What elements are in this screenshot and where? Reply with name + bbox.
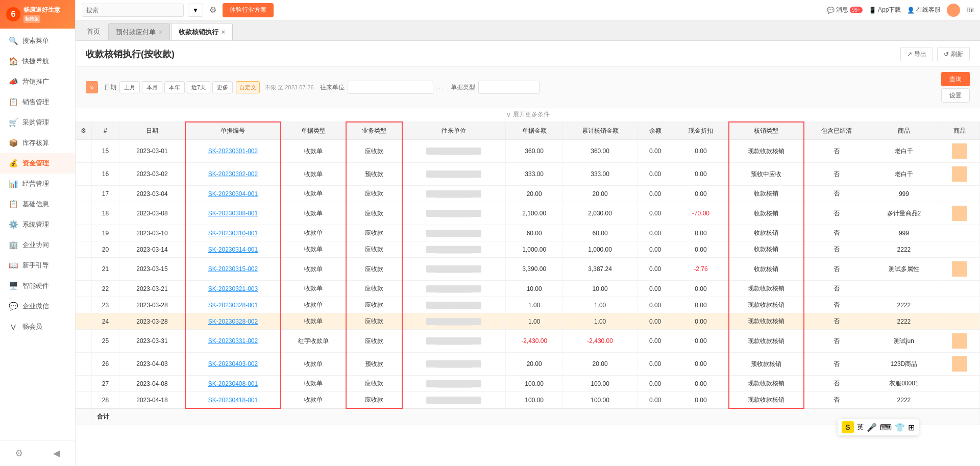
search-input[interactable] [82,4,184,17]
tab-payment-execute[interactable]: 收款核销执行× [171,23,233,40]
date-btn-近7天[interactable]: 近7天 [187,81,210,93]
col-counterparty: ████████ [402,163,506,186]
col-product: 测试jun [869,330,939,353]
col-settings [76,241,92,258]
table-row[interactable]: 24 2023-03-28 SK-20230328-002 收款单 应收款 ██… [76,313,980,330]
sidebar-label-basic: 基础信息 [22,200,49,209]
col-voucher-no[interactable]: SK-20230310-001 [185,225,281,241]
sidebar-item-marketing[interactable]: 📣营销推广 [0,71,75,92]
tab-home[interactable]: 首页 [80,23,107,40]
table-row[interactable]: 27 2023-04-08 SK-20230408-001 收款单 应收款 ██… [76,376,980,392]
col-voucher-no[interactable]: SK-20230315-002 [185,258,281,281]
counterparty-input[interactable] [348,81,433,94]
table-row[interactable]: 21 2023-03-15 SK-20230315-002 收款单 应收款 ██… [76,258,980,281]
sidebar-footer: ⚙ ◀ [0,440,75,466]
custom-date-btn[interactable]: 自定义 [236,81,260,93]
sidebar-item-operation[interactable]: 📊经营管理 [0,174,75,194]
col-include-settled: 否 [804,163,869,186]
tab-close-prepayment[interactable]: × [159,29,162,36]
sidebar-item-inventory[interactable]: 📦库存核算 [0,133,75,153]
table-container[interactable]: ⚙ # 日期 单据编号 单据类型 业务类型 往来单位 单据金额 累计核销金额 余… [76,121,980,466]
brand-text: 英 [857,423,864,432]
sidebar-item-sales[interactable]: 📋销售管理 [0,92,75,112]
date-btn-本月[interactable]: 本月 [142,81,162,93]
product-thumb [952,143,967,159]
col-date: 2023-03-08 [119,202,185,225]
export-btn[interactable]: ↗ 导出 [900,47,933,61]
collapse-sidebar-btn[interactable]: ◀ [50,445,63,462]
gear-icon[interactable]: ⚙ [207,3,218,17]
table-row[interactable]: 28 2023-04-18 SK-20230418-001 收款单 应收款 ██… [76,392,980,409]
table-row[interactable]: 25 2023-03-31 SK-20230331-002 红字收款单 应收款 … [76,330,980,353]
voucher-type-select[interactable] [478,81,540,94]
col-include-settled: 否 [804,186,869,202]
sidebar-item-shortcut[interactable]: 🏠快捷导航 [0,51,75,71]
filter-expand-btn[interactable]: » [86,81,98,93]
th-settings[interactable]: ⚙ [76,122,92,140]
col-amount: 2,100.00 [506,202,563,225]
col-counterparty: ████████ [402,297,506,313]
tab-prepayment[interactable]: 预付款应付单× [108,23,170,40]
col-voucher-type: 收款单 [281,353,346,376]
col-voucher-no[interactable]: SK-20230314-001 [185,241,281,258]
col-voucher-no[interactable]: SK-20230403-002 [185,353,281,376]
page-title: 收款核销执行(按收款) [86,48,175,60]
col-date: 2023-03-14 [119,241,185,258]
col-biz-type: 应收款 [346,313,402,330]
sidebar-item-basic[interactable]: 📋基础信息 [0,194,75,214]
col-voucher-no[interactable]: SK-20230308-001 [185,202,281,225]
col-voucher-no[interactable]: SK-20230418-001 [185,392,281,409]
online-service-btn[interactable]: 👤 在线客服 [907,6,941,14]
table-row[interactable]: 18 2023-03-08 SK-20230308-001 收款单 应收款 ██… [76,202,980,225]
filter-settings-btn[interactable]: 设置 [941,88,970,103]
sidebar-item-member[interactable]: V畅会员 [0,316,75,337]
col-counterparty: ████████ [402,202,506,225]
tab-close-payment-execute[interactable]: × [222,29,225,36]
table-row[interactable]: 19 2023-03-10 SK-20230310-001 收款单 应收款 ██… [76,225,980,241]
sidebar-item-finance[interactable]: 💰资金管理 [0,153,75,174]
sidebar-item-hardware[interactable]: 🖥️智能硬件 [0,276,75,296]
table-row[interactable]: 16 2023-03-02 SK-20230302-002 收款单 预收款 ██… [76,163,980,186]
col-voucher-no[interactable]: SK-20230302-002 [185,163,281,186]
col-voucher-no[interactable]: SK-20230328-002 [185,313,281,330]
col-product: 老白干 [869,163,939,186]
col-biz-type: 应收款 [346,140,402,163]
sidebar-item-search[interactable]: 🔍搜索菜单 [0,31,75,51]
col-settings [76,202,92,225]
sidebar-item-guide[interactable]: 📖新手引导 [0,255,75,276]
table-row[interactable]: 23 2023-03-28 SK-20230328-001 收款单 应收款 ██… [76,297,980,313]
sidebar-item-wechat[interactable]: 💬企业微信 [0,296,75,316]
notification-btn[interactable]: 💬 消息 99+ [827,6,863,14]
date-btn-更多[interactable]: 更多 [212,81,233,93]
table-row[interactable]: 26 2023-04-03 SK-20230403-002 收款单 预收款 ██… [76,353,980,376]
expand-more-btn[interactable]: ∨ 展开更多条件 [506,110,550,119]
table-row[interactable]: 17 2023-03-04 SK-20230304-001 收款单 应收款 ██… [76,186,980,202]
system-icon: ⚙️ [8,219,18,230]
col-counterparty: ████████ [402,353,506,376]
col-voucher-no[interactable]: SK-20230331-002 [185,330,281,353]
sidebar-item-system[interactable]: ⚙️系统管理 [0,214,75,235]
col-counterparty: ████████ [402,258,506,281]
date-btn-本年[interactable]: 本年 [164,81,185,93]
col-voucher-no[interactable]: SK-20230328-001 [185,297,281,313]
col-settings [76,392,92,409]
col-date: 2023-03-10 [119,225,185,241]
dropdown-btn[interactable]: ▼ [188,4,203,17]
sidebar-item-purchase[interactable]: 🛒采购管理 [0,112,75,133]
col-voucher-no[interactable]: SK-20230301-002 [185,140,281,163]
col-voucher-no[interactable]: SK-20230408-001 [185,376,281,392]
sidebar-item-enterprise[interactable]: 🏢企业协同 [0,235,75,255]
table-row[interactable]: 15 2023-03-01 SK-20230301-002 收款单 应收款 ██… [76,140,980,163]
solution-btn[interactable]: 体验行业方案 [223,3,274,17]
refresh-btn[interactable]: ↺ 刷新 [937,47,970,61]
col-write-off-type: 现款收款核销 [729,330,804,353]
query-btn[interactable]: 查询 [941,72,970,86]
user-avatar[interactable] [947,4,960,17]
date-btn-上月[interactable]: 上月 [119,81,140,93]
app-download-btn[interactable]: 📱 App下载 [869,6,901,14]
table-row[interactable]: 20 2023-03-14 SK-20230314-001 收款单 应收款 ██… [76,241,980,258]
table-row[interactable]: 22 2023-03-21 SK-20230321-003 收款单 应收款 ██… [76,281,980,297]
settings-footer-icon[interactable]: ⚙ [12,445,26,462]
col-voucher-no[interactable]: SK-20230321-003 [185,281,281,297]
col-voucher-no[interactable]: SK-20230304-001 [185,186,281,202]
